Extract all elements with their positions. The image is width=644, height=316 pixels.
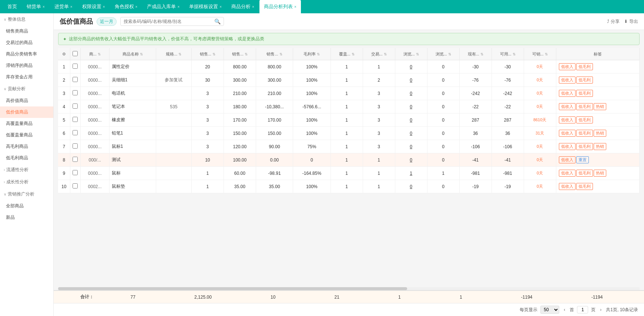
td-code: 0000... xyxy=(80,167,109,180)
td-trade: 2 xyxy=(363,74,395,87)
th-gross[interactable]: 毛利率 ⇅ xyxy=(293,48,331,60)
nav-product-analysis-list[interactable]: 商品分析列表 × xyxy=(259,0,301,13)
row-checkbox[interactable] xyxy=(73,117,78,122)
column-settings-icon[interactable]: ⚙ xyxy=(62,52,66,56)
row-checkbox[interactable] xyxy=(73,64,78,69)
nav-template-settings[interactable]: 单据模板设置 × xyxy=(185,0,226,13)
sidebar-item-sales-products[interactable]: 销售类商品 xyxy=(0,26,53,37)
sidebar-item-high-value[interactable]: 高价值商品 xyxy=(0,95,53,106)
sidebar-group-overall[interactable]: ∨ 整体信息 xyxy=(0,13,53,26)
td-avail: -242 xyxy=(492,87,524,100)
th-stock[interactable]: 现有... ⇅ xyxy=(459,48,492,60)
sidebar: ∨ 整体信息 销售类商品 交易过的商品 商品分类销售率 滞销序的商品 库存资金占… xyxy=(0,13,54,316)
td-s1: 1 xyxy=(191,180,224,193)
search-icon[interactable]: 🔍 xyxy=(214,18,221,24)
sidebar-item-slow-moving[interactable]: 滞销序的商品 xyxy=(0,60,53,71)
th-trade[interactable]: 交易... ⇅ xyxy=(363,48,395,60)
td-name: 橡皮擦 xyxy=(109,113,156,127)
nav-close-icon[interactable]: × xyxy=(252,5,254,9)
th-s1[interactable]: 销售... ⇅ xyxy=(191,48,224,60)
th-spec[interactable]: 规格... ⇅ xyxy=(156,48,191,60)
row-checkbox[interactable] xyxy=(73,157,78,162)
sidebar-item-new-products[interactable]: 新品 xyxy=(0,212,53,223)
next-page-btn[interactable]: › xyxy=(598,306,603,313)
browse-link[interactable]: 1 xyxy=(410,171,412,176)
scrollbar-thumb[interactable] xyxy=(58,287,407,290)
sidebar-item-low-margin[interactable]: 低毛利商品 xyxy=(0,152,53,164)
th-avail[interactable]: 可用... ⇅ xyxy=(492,48,524,60)
td-trade: 3 xyxy=(363,87,395,100)
sidebar-item-category-sales[interactable]: 商品分类销售率 xyxy=(0,48,53,60)
nav-role-auth[interactable]: 角色授权 × xyxy=(110,0,142,13)
nav-purchase-order[interactable]: 进货单 × xyxy=(50,0,77,13)
browse-link[interactable]: 0 xyxy=(410,78,412,83)
first-page-btn[interactable]: ‹ xyxy=(562,306,567,313)
sidebar-item-low-value[interactable]: 低价值商品 xyxy=(0,106,53,118)
sidebar-item-high-coverage[interactable]: 高覆盖量商品 xyxy=(0,118,53,129)
td-gross: -164.85% xyxy=(293,167,331,180)
row-checkbox[interactable] xyxy=(73,183,78,188)
th-s3[interactable]: 销售... ⇅ xyxy=(256,48,293,60)
row-checkbox[interactable] xyxy=(73,143,78,149)
select-all-checkbox[interactable] xyxy=(73,51,78,56)
horizontal-scrollbar[interactable] xyxy=(58,287,640,290)
nav-product-warehouse[interactable]: 产成品入库单 × xyxy=(142,0,184,13)
browse-link[interactable]: 0 xyxy=(410,91,412,96)
nav-close-icon[interactable]: × xyxy=(294,5,296,9)
sidebar-item-high-margin[interactable]: 高毛利商品 xyxy=(0,141,53,152)
browse-link[interactable]: 0 xyxy=(410,64,412,69)
sidebar-item-all-products[interactable]: 全部商品 xyxy=(0,200,53,212)
nav-permission[interactable]: 权限设置 × xyxy=(78,0,110,13)
nav-close-icon[interactable]: × xyxy=(70,5,73,9)
search-input[interactable] xyxy=(124,19,214,24)
browse-link[interactable]: 0 xyxy=(410,157,412,163)
browse-link[interactable]: 0 xyxy=(410,104,412,109)
row-checkbox[interactable] xyxy=(73,170,78,175)
row-checkbox[interactable] xyxy=(73,130,78,135)
th-gear[interactable]: ⚙ xyxy=(58,48,70,60)
date-filter-badge[interactable]: 近一月 xyxy=(97,17,117,26)
per-page-select[interactable]: 50 100 200 xyxy=(540,306,559,314)
page-number-input[interactable] xyxy=(577,306,588,313)
row-checkbox[interactable] xyxy=(73,103,78,109)
share-button[interactable]: ⤴ 分享 xyxy=(607,18,620,25)
nav-close-icon[interactable]: × xyxy=(177,5,180,9)
total-stock: -1194 xyxy=(521,295,533,300)
nav-close-icon[interactable]: × xyxy=(219,5,222,9)
nav-close-icon[interactable]: × xyxy=(103,5,105,9)
tag-label: 低收入 xyxy=(559,130,576,137)
th-tags[interactable]: 标签 xyxy=(556,48,639,60)
nav-close-icon[interactable]: × xyxy=(135,5,138,9)
th-coverage[interactable]: 覆盖... ⇅ xyxy=(331,48,363,60)
nav-home[interactable]: 首页 xyxy=(3,0,21,13)
browse-link[interactable]: 0 xyxy=(410,118,412,123)
th-s2[interactable]: 销售... ⇅ xyxy=(224,48,256,60)
td-idx: 8 xyxy=(58,153,70,167)
th-name[interactable]: 商品名称 ⇅ xyxy=(109,48,156,60)
sidebar-group-growth[interactable]: › 成长性分析 xyxy=(0,176,53,188)
th-browse2[interactable]: 浏览... ⇅ xyxy=(427,48,459,60)
sidebar-group-liquidity[interactable]: › 流通性分析 xyxy=(0,164,53,176)
browse-link[interactable]: 0 xyxy=(410,131,412,136)
sidebar-item-traded-products[interactable]: 交易过的商品 xyxy=(0,37,53,48)
sidebar-item-inventory-funds[interactable]: 库存资金占用 xyxy=(0,71,53,83)
th-code[interactable]: 商... ⇅ xyxy=(80,48,109,60)
td-cov: 1 xyxy=(331,113,363,127)
sidebar-group-marketing[interactable]: ∨ 营销推广分析 xyxy=(0,188,53,200)
export-button[interactable]: ⬇ 导出 xyxy=(624,18,638,25)
tag-label: 低收入 xyxy=(559,116,576,123)
sidebar-group-contribution[interactable]: ∨ 贡献分析 xyxy=(0,83,53,95)
nav-close-icon[interactable]: × xyxy=(43,5,45,9)
th-sellable[interactable]: 可销... ⇅ xyxy=(524,48,556,60)
row-checkbox[interactable] xyxy=(73,77,78,82)
sidebar-item-low-coverage[interactable]: 低覆盖量商品 xyxy=(0,129,53,141)
browse-link[interactable]: 0 xyxy=(410,144,412,149)
nav-product-analysis[interactable]: 商品分析 × xyxy=(227,0,259,13)
nav-sales-order[interactable]: 销货单 × xyxy=(22,0,49,13)
th-browse1[interactable]: 浏览... ⇅ xyxy=(395,48,427,60)
row-checkbox[interactable] xyxy=(73,90,78,95)
table-container: ⚙ 商... ⇅ 商品名称 ⇅ 规格... ⇅ 销售... ⇅ 销售... ⇅ … xyxy=(54,48,644,287)
td-s1: 3 xyxy=(191,127,224,140)
browse-link[interactable]: 0 xyxy=(410,184,412,189)
td-gross: 100% xyxy=(293,180,331,193)
